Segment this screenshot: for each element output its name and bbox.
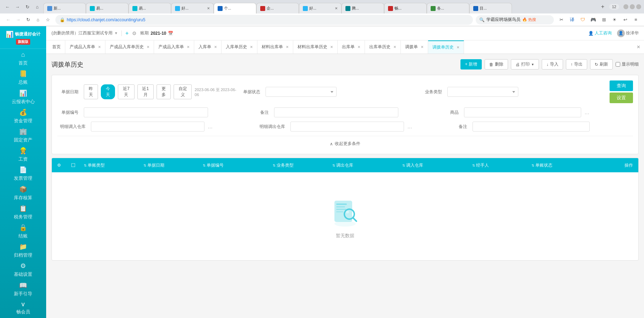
browser-tab-10[interactable]: 各... bbox=[427, 3, 469, 13]
undo-icon[interactable]: ↩ bbox=[621, 15, 630, 24]
back-button[interactable]: ← bbox=[3, 2, 12, 11]
th-date[interactable]: ⇅ 单据日期 bbox=[140, 162, 200, 168]
remark2-input[interactable] bbox=[473, 122, 590, 132]
date-custom[interactable]: 自定义 bbox=[174, 84, 192, 99]
tab-product-in2[interactable]: 产成品入库单 ✕ bbox=[154, 40, 194, 54]
date-7days[interactable]: 近7天 bbox=[118, 84, 134, 99]
scissors-icon[interactable]: ✂ bbox=[557, 15, 566, 24]
browser-tab-7[interactable]: 好... ✕ bbox=[299, 3, 342, 13]
import-button[interactable]: ↓ 导入 bbox=[542, 59, 563, 69]
tab-in-history[interactable]: 入库单历史 ✕ bbox=[222, 40, 257, 54]
tab-transfer[interactable]: 调拨单 ✕ bbox=[401, 40, 428, 54]
tab-out-order[interactable]: 出库单 ✕ bbox=[338, 40, 365, 54]
sidebar-item-invoice[interactable]: 📄 发票管理 bbox=[0, 164, 46, 183]
close-button[interactable] bbox=[636, 4, 641, 9]
url-bar[interactable]: 🔒 https://cloud.chanjet.com/accounting/u… bbox=[55, 15, 473, 25]
biz-type-select[interactable] bbox=[447, 87, 518, 97]
brightness-icon[interactable]: ☀ bbox=[610, 15, 619, 24]
nav-refresh[interactable]: ↻ bbox=[23, 15, 33, 24]
sidebar-item-archive[interactable]: 📁 归档管理 bbox=[0, 241, 46, 260]
tab-close-out-order[interactable]: ✕ bbox=[358, 45, 360, 49]
detail-out-input[interactable] bbox=[290, 122, 404, 132]
sidebar-item-ledger[interactable]: 📒 总账 bbox=[0, 68, 46, 87]
th-num[interactable]: ⇅ 单据编号 bbox=[199, 162, 269, 168]
goods-input[interactable] bbox=[464, 107, 581, 117]
tab-close-product-in-history[interactable]: ✕ bbox=[147, 45, 149, 49]
detail-in-more-icon[interactable]: … bbox=[206, 124, 214, 129]
tab-product-in-history[interactable]: 产成品入库单历史 ✕ bbox=[105, 40, 154, 54]
refresh-button[interactable]: ↻ bbox=[23, 2, 32, 11]
tab-close-material-out-history[interactable]: ✕ bbox=[330, 45, 333, 49]
minimize-button[interactable] bbox=[623, 4, 628, 9]
tab-close-product-in[interactable]: ✕ bbox=[98, 45, 101, 49]
help-button[interactable]: 👤 人工咨询 bbox=[588, 30, 612, 36]
browser-tab-6[interactable]: 企... bbox=[256, 3, 299, 13]
show-columns-checkbox[interactable]: 显示明细 bbox=[616, 61, 639, 67]
date-yesterday[interactable]: 昨天 bbox=[84, 84, 98, 99]
print-button[interactable]: 🖨 打印 ▼ bbox=[511, 59, 539, 69]
th-out-warehouse[interactable]: ⇅ 调出仓库 bbox=[329, 162, 399, 168]
tab-close-in-order[interactable]: ✕ bbox=[214, 45, 217, 49]
browser-tab-4[interactable]: 好... ✕ bbox=[171, 3, 214, 13]
tab-close-icon[interactable]: ✕ bbox=[335, 6, 338, 10]
menu-icon[interactable]: ≡ bbox=[631, 15, 640, 24]
sidebar-item-settings[interactable]: ⚙ 基础设置 bbox=[0, 260, 46, 279]
date-more[interactable]: 更多 bbox=[157, 84, 171, 99]
th-status[interactable]: ⇅ 单账状态 bbox=[528, 162, 588, 168]
tab-material-out[interactable]: 材料出库单 ✕ bbox=[257, 40, 293, 54]
sidebar-item-wage[interactable]: 👷 工资 bbox=[0, 145, 46, 164]
tab-transfer-history[interactable]: 调拨单历史 ✕ bbox=[428, 40, 464, 54]
sidebar-item-report[interactable]: 📊 云报表中心 bbox=[0, 87, 46, 106]
tab-close-material-out[interactable]: ✕ bbox=[286, 45, 289, 49]
settings-button[interactable]: ⚙ bbox=[132, 30, 137, 36]
forward-button[interactable]: → bbox=[13, 2, 22, 11]
th-in-warehouse[interactable]: ⇅ 调入仓库 bbox=[399, 162, 469, 168]
tab-close-transfer[interactable]: ✕ bbox=[421, 45, 424, 49]
search-bar[interactable]: 🔍 学霸应聘场驱鸟员 🔥 热搜 bbox=[476, 15, 554, 24]
th-settings[interactable]: ⚙ bbox=[52, 163, 66, 168]
tabbar-close-all[interactable]: ✕ bbox=[633, 44, 644, 50]
sidebar-item-home[interactable]: ⌂ 首页 bbox=[0, 49, 46, 68]
browser-tab-5[interactable]: 个... bbox=[214, 3, 256, 13]
tab-close-icon[interactable]: ✕ bbox=[207, 6, 210, 10]
tab-product-in[interactable]: 产成品入库单 ✕ bbox=[65, 40, 105, 54]
num-input[interactable] bbox=[84, 107, 208, 117]
date-1month[interactable]: 近1月 bbox=[137, 84, 154, 99]
shield-icon[interactable]: 🛡 bbox=[578, 15, 587, 24]
game-icon[interactable]: 🎮 bbox=[589, 15, 598, 24]
period-selector[interactable]: 账期 2021-10 📅 bbox=[140, 30, 173, 36]
tab-out-history[interactable]: 出库单历史 ✕ bbox=[365, 40, 401, 54]
date-today[interactable]: 今天 bbox=[101, 84, 115, 99]
tab-home[interactable]: 首页 bbox=[48, 40, 65, 54]
tab-close-in-history[interactable]: ✕ bbox=[250, 45, 253, 49]
browser-tab-9[interactable]: 畅... bbox=[384, 3, 427, 13]
status-select[interactable] bbox=[266, 87, 337, 97]
show-columns-input[interactable] bbox=[616, 62, 620, 67]
translate-icon[interactable]: 译 bbox=[567, 15, 577, 24]
new-tab-button[interactable]: + bbox=[598, 2, 608, 12]
home-button[interactable]: ⌂ bbox=[33, 2, 42, 11]
query-button[interactable]: 查询 bbox=[610, 80, 633, 91]
nav-home[interactable]: ⌂ bbox=[33, 15, 43, 24]
remark-input[interactable] bbox=[274, 107, 398, 117]
detail-out-more-icon[interactable]: … bbox=[405, 124, 414, 129]
tab-close-product-in2[interactable]: ✕ bbox=[187, 45, 190, 49]
add-company-button[interactable]: + bbox=[125, 30, 129, 37]
browser-tab-3[interactable]: 易... bbox=[129, 3, 171, 13]
refresh-button[interactable]: ↻ 刷新 bbox=[590, 59, 613, 69]
maximize-button[interactable] bbox=[630, 4, 635, 9]
user-button[interactable]: 👤 徐泽华 bbox=[617, 29, 639, 37]
set-button[interactable]: 设置 bbox=[610, 93, 633, 103]
sidebar-item-close-account[interactable]: 🔒 结账 bbox=[0, 222, 46, 241]
grid-icon[interactable]: ⊞ bbox=[599, 15, 608, 24]
th-biz[interactable]: ⇅ 业务类型 bbox=[269, 162, 329, 168]
th-select-all[interactable]: ☐ bbox=[66, 162, 80, 168]
sidebar-item-asset[interactable]: 🏢 固定资产 bbox=[0, 126, 46, 145]
tab-close-out-history[interactable]: ✕ bbox=[393, 45, 396, 49]
export-button[interactable]: ↑ 导出 bbox=[566, 59, 587, 69]
sidebar-item-tax[interactable]: 📋 税务管理 bbox=[0, 203, 46, 222]
browser-tab-11[interactable]: 目... bbox=[469, 3, 512, 13]
sidebar-item-fund[interactable]: 💰 资金管理 bbox=[0, 107, 46, 126]
th-handler[interactable]: ⇅ 经手人 bbox=[469, 162, 528, 168]
nav-back[interactable]: ← bbox=[4, 15, 13, 24]
